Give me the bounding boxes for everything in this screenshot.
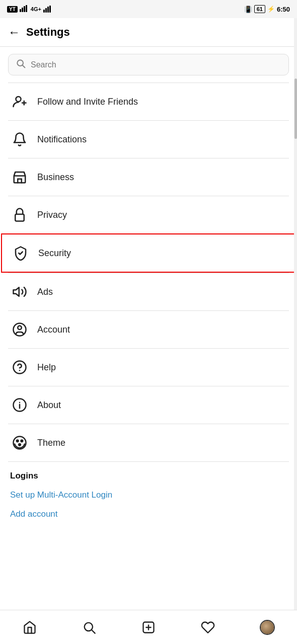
signal-strength	[20, 5, 29, 13]
menu-item-account[interactable]: Account	[0, 311, 297, 348]
menu-label-theme: Theme	[37, 438, 65, 448]
time-display: 6:50	[277, 6, 290, 13]
menu-label-account: Account	[37, 325, 70, 335]
svg-rect-0	[20, 9, 21, 12]
svg-rect-7	[49, 6, 51, 13]
nav-search[interactable]	[74, 615, 104, 640]
status-left: YT 4G+	[7, 5, 52, 13]
svg-rect-1	[22, 8, 23, 12]
svg-rect-2	[24, 6, 25, 12]
settings-scroll-content: Follow and Invite Friends Notifications …	[0, 54, 297, 567]
store-icon	[10, 168, 29, 187]
back-button[interactable]: ←	[8, 25, 20, 39]
charging-icon: ⚡	[267, 6, 275, 13]
menu-label-privacy: Privacy	[37, 210, 67, 220]
svg-rect-4	[43, 10, 45, 13]
menu-item-privacy[interactable]: Privacy	[0, 196, 297, 233]
svg-point-28	[21, 440, 23, 442]
lock-icon	[10, 205, 29, 224]
scrollbar-thumb[interactable]	[294, 78, 297, 139]
search-icon	[16, 58, 26, 71]
search-nav-icon	[82, 620, 96, 634]
menu-item-follow-invite[interactable]: Follow and Invite Friends	[0, 83, 297, 120]
battery-indicator: 61	[254, 5, 265, 13]
shield-check-icon	[11, 244, 30, 263]
bottom-navigation	[0, 610, 297, 644]
network-type: 4G+	[31, 6, 41, 12]
search-input[interactable]	[31, 60, 281, 69]
add-person-icon	[10, 92, 29, 111]
question-circle-icon	[10, 358, 29, 377]
megaphone-icon	[10, 282, 29, 301]
svg-point-27	[17, 440, 19, 442]
menu-item-business[interactable]: Business	[0, 158, 297, 196]
menu-label-follow-invite: Follow and Invite Friends	[37, 97, 138, 107]
svg-marker-18	[14, 287, 19, 296]
palette-icon	[10, 433, 29, 452]
info-circle-icon	[10, 395, 29, 415]
settings-header: ← Settings	[0, 18, 297, 47]
add-icon	[141, 620, 156, 634]
logins-title: Logins	[10, 471, 38, 480]
nav-home[interactable]	[15, 615, 45, 640]
scrollbar-track	[294, 18, 297, 610]
svg-rect-17	[15, 214, 24, 221]
add-account-link[interactable]: Add account	[0, 507, 297, 526]
menu-label-business: Business	[37, 172, 74, 183]
menu-item-security[interactable]: Security	[1, 233, 296, 273]
svg-point-10	[16, 97, 21, 102]
menu-label-help: Help	[37, 362, 56, 373]
home-icon	[23, 620, 37, 634]
nav-profile[interactable]	[252, 615, 282, 640]
signal-icon2	[43, 6, 52, 13]
menu-label-notifications: Notifications	[37, 134, 87, 145]
menu-item-theme[interactable]: Theme	[0, 424, 297, 461]
menu-item-about[interactable]: About	[0, 386, 297, 424]
svg-rect-3	[26, 5, 27, 12]
search-bar[interactable]	[8, 54, 289, 75]
person-circle-icon	[10, 320, 29, 339]
menu-item-ads[interactable]: Ads	[0, 273, 297, 310]
status-right: 📳 61 ⚡ 6:50	[244, 5, 290, 13]
multi-account-link[interactable]: Set up Multi-Account Login	[0, 483, 297, 507]
app-logo: YT	[7, 6, 18, 13]
logins-section: Logins	[0, 462, 297, 483]
nav-likes[interactable]	[193, 615, 223, 640]
svg-line-9	[23, 65, 25, 68]
svg-point-29	[19, 444, 21, 446]
svg-rect-5	[45, 8, 47, 13]
svg-line-31	[92, 630, 95, 633]
menu-item-notifications[interactable]: Notifications	[0, 121, 297, 158]
profile-avatar	[260, 620, 275, 635]
status-bar: YT 4G+ 📳 61 ⚡ 6:50	[0, 0, 297, 18]
menu-label-about: About	[37, 400, 61, 411]
svg-point-26	[14, 437, 26, 449]
nav-add[interactable]	[133, 615, 164, 640]
bell-icon	[10, 130, 29, 149]
menu-label-security: Security	[38, 248, 71, 259]
avatar-image	[261, 621, 274, 634]
svg-rect-6	[47, 7, 49, 13]
menu-item-help[interactable]: Help	[0, 349, 297, 386]
heart-icon	[201, 620, 215, 634]
vibrate-icon: 📳	[244, 6, 252, 13]
page-title: Settings	[26, 26, 70, 39]
menu-label-ads: Ads	[37, 287, 53, 297]
svg-point-20	[18, 326, 22, 330]
